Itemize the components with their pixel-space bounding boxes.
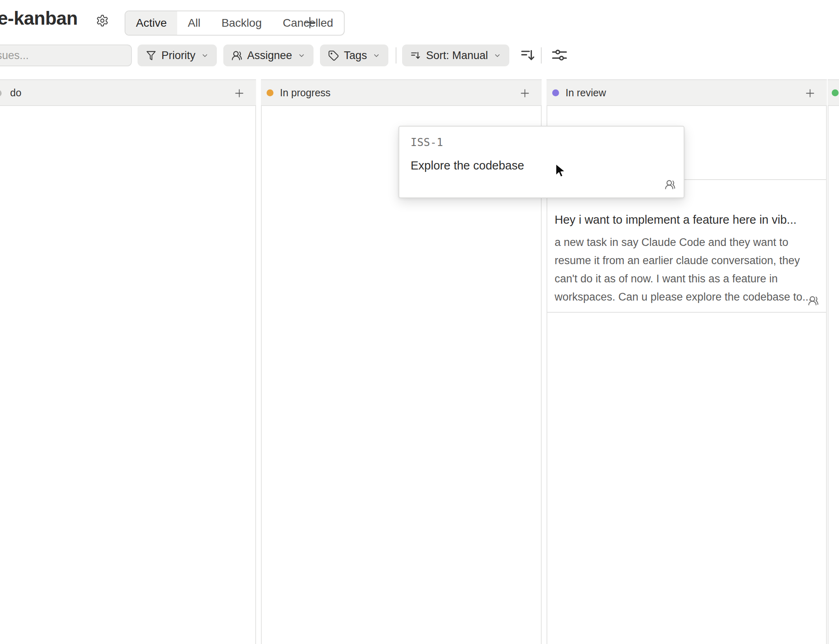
issue-card-title: Explore the codebase bbox=[411, 159, 672, 172]
column-todo-body[interactable] bbox=[0, 106, 256, 644]
users-icon bbox=[231, 50, 242, 61]
sort-descending-icon bbox=[410, 50, 421, 61]
assignee-filter-button[interactable]: Assignee bbox=[223, 44, 314, 66]
chevron-down-icon bbox=[201, 52, 209, 59]
column-todo-header: do bbox=[0, 79, 256, 106]
sort-label: Sort: Manual bbox=[426, 49, 488, 62]
plus-icon bbox=[302, 15, 318, 30]
project-settings-button[interactable] bbox=[96, 14, 109, 27]
display-options-button[interactable] bbox=[551, 47, 568, 64]
add-view-button[interactable] bbox=[302, 15, 318, 30]
filter-toolbar: Priority Assignee Tags Sort: Manual bbox=[0, 44, 572, 66]
gear-icon bbox=[96, 14, 109, 27]
sort-button[interactable]: Sort: Manual bbox=[402, 44, 509, 66]
sort-direction-button[interactable] bbox=[520, 47, 536, 64]
status-dot-in-progress bbox=[267, 89, 273, 96]
column-in-progress-header: In progress bbox=[261, 79, 542, 106]
funnel-icon bbox=[146, 50, 157, 61]
tag-icon bbox=[328, 50, 339, 61]
column-in-review-header: In review bbox=[547, 79, 827, 106]
status-dot-done bbox=[832, 89, 839, 96]
assignees-icon bbox=[808, 295, 819, 306]
search-box[interactable] bbox=[0, 44, 132, 66]
column-done bbox=[828, 79, 839, 644]
kanban-page: e-kanban Active All Backlog Cancelled Pr… bbox=[0, 0, 839, 644]
chevron-down-icon bbox=[494, 52, 501, 59]
column-todo-label: do bbox=[10, 87, 21, 99]
chevron-down-icon bbox=[373, 52, 380, 59]
issue-card-title: Hey i want to implement a feature here i… bbox=[555, 212, 819, 227]
search-input[interactable] bbox=[0, 49, 124, 62]
page-title: e-kanban bbox=[0, 7, 78, 29]
chevron-down-icon bbox=[298, 52, 305, 59]
sort-descending-icon bbox=[520, 47, 536, 64]
tags-filter-label: Tags bbox=[344, 49, 367, 62]
priority-filter-label: Priority bbox=[161, 49, 195, 62]
tags-filter-button[interactable]: Tags bbox=[320, 44, 388, 66]
add-card-button[interactable] bbox=[234, 88, 245, 99]
status-dot-in-review bbox=[552, 89, 559, 96]
dragged-issue-card[interactable]: ISS-1 Explore the codebase bbox=[398, 126, 684, 198]
tab-active[interactable]: Active bbox=[125, 11, 177, 35]
tab-backlog[interactable]: Backlog bbox=[211, 11, 272, 35]
add-card-button[interactable] bbox=[805, 88, 816, 99]
column-done-header bbox=[828, 79, 839, 106]
issue-card-description: a new task in say Claude Code and they w… bbox=[555, 233, 819, 306]
assignees-icon bbox=[665, 179, 676, 190]
column-in-progress-label: In progress bbox=[280, 87, 331, 99]
column-todo: do bbox=[0, 79, 256, 644]
column-in-review-label: In review bbox=[566, 87, 606, 99]
assignee-filter-label: Assignee bbox=[247, 49, 292, 62]
issue-key: ISS-1 bbox=[411, 136, 672, 148]
issue-card[interactable]: Hey i want to implement a feature here i… bbox=[547, 179, 826, 313]
priority-filter-button[interactable]: Priority bbox=[138, 44, 217, 66]
status-dot-todo bbox=[0, 90, 2, 97]
add-card-button[interactable] bbox=[519, 88, 530, 99]
toolbar-divider bbox=[396, 47, 396, 64]
toolbar-divider bbox=[541, 47, 542, 64]
column-done-body[interactable] bbox=[828, 106, 839, 644]
tab-all[interactable]: All bbox=[177, 11, 211, 35]
sliders-icon bbox=[551, 47, 568, 64]
